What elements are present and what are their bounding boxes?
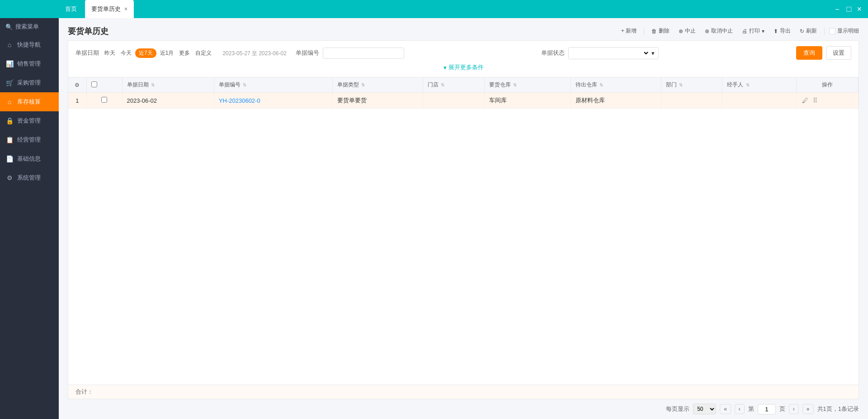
row-req-warehouse: 车间库: [484, 93, 571, 109]
toolbar: + 新增 🗑 删除 ⊗ 中止 ⊗ 取消中止 🖨: [618, 25, 859, 37]
page-number-input[interactable]: [758, 404, 776, 414]
th-settings[interactable]: ⚙: [68, 77, 86, 93]
sidebar-item-finance[interactable]: 🔒 资金管理: [0, 111, 59, 130]
sidebar-item-shortcuts[interactable]: ⌂ 快捷导航: [0, 35, 59, 54]
purchase-icon: 🛒: [5, 79, 14, 87]
print-icon: 🖨: [742, 28, 747, 34]
page-prefix-label: 第: [748, 405, 754, 413]
per-page-label: 每页显示: [666, 405, 689, 413]
sidebar-item-inventory[interactable]: ⌂ 库存核算: [0, 92, 59, 111]
row-more-button[interactable]: ⠿: [812, 96, 818, 105]
prev-page-button[interactable]: ‹: [735, 404, 745, 414]
status-select[interactable]: [572, 49, 650, 57]
th-bill-no[interactable]: 单据编号 ⇅: [214, 77, 332, 93]
date-range-display: 2023-05-27 至 2023-06-02: [222, 49, 286, 57]
date-btn-1month[interactable]: 近1月: [158, 48, 176, 58]
minimize-button[interactable]: －: [831, 4, 843, 14]
status-dropdown-icon: ▾: [651, 50, 655, 57]
sidebar-search[interactable]: 🔍 搜索菜单: [0, 18, 59, 35]
date-filter-buttons: 昨天 今天 近7天 近1月 更多 自定义: [103, 48, 213, 58]
row-checkbox[interactable]: [101, 97, 107, 103]
bill-no-link[interactable]: YH-20230602-0: [219, 97, 260, 104]
expand-icon: ▾: [443, 64, 447, 71]
sidebar-item-operations[interactable]: 📋 经营管理: [0, 130, 59, 149]
sort-billtype-icon: ⇅: [361, 82, 365, 87]
stop-icon: ⊗: [679, 28, 683, 34]
filter-actions: 查询 设置: [796, 46, 851, 60]
shortcuts-icon: ⌂: [5, 41, 14, 49]
date-btn-yesterday[interactable]: 昨天: [103, 48, 117, 58]
expand-row: ▾ 展开更多条件: [75, 63, 851, 71]
date-btn-more[interactable]: 更多: [177, 48, 192, 58]
expand-button[interactable]: ▾ 展开更多条件: [443, 63, 484, 71]
table-body: 1 2023-06-02 YH-20230602-0 要货单要货 车间库: [68, 93, 859, 109]
content-area: 要货单历史 + 新增 🗑 删除 ⊗ 中止 ⊗ 取消中止: [59, 18, 868, 419]
row-edit-button[interactable]: 🖊: [801, 96, 809, 105]
print-button[interactable]: 🖨 打印 ▾: [739, 25, 767, 37]
inventory-icon: ⌂: [5, 98, 14, 106]
first-page-button[interactable]: «: [720, 404, 731, 414]
data-table: ⚙ 单据日期 ⇅ 单据编号 ⇅: [68, 77, 859, 109]
row-checkbox-cell: [86, 93, 122, 109]
stop-button[interactable]: ⊗ 中止: [676, 25, 698, 37]
maximize-button[interactable]: □: [845, 5, 854, 14]
divider-2: [824, 28, 825, 35]
date-btn-custom[interactable]: 自定义: [193, 48, 213, 58]
content-header: 要货单历史 + 新增 🗑 删除 ⊗ 中止 ⊗ 取消中止: [59, 18, 868, 40]
table-footer: 合计：: [68, 385, 859, 399]
search-icon: 🔍: [5, 24, 13, 30]
system-icon: ⚙: [5, 174, 14, 182]
date-btn-today[interactable]: 今天: [119, 48, 133, 58]
table-wrap: ⚙ 单据日期 ⇅ 单据编号 ⇅: [68, 77, 859, 385]
th-date[interactable]: 单据日期 ⇅: [122, 77, 214, 93]
date-btn-7days[interactable]: 近7天: [135, 48, 156, 58]
select-all-checkbox[interactable]: [91, 81, 97, 87]
next-page-button[interactable]: ›: [789, 404, 799, 414]
sidebar-item-sales[interactable]: 📊 销售管理: [0, 54, 59, 73]
last-page-button[interactable]: »: [802, 404, 814, 414]
display-detail-checkbox[interactable]: [829, 28, 835, 34]
divider-1: [644, 28, 644, 35]
new-button[interactable]: + 新增: [618, 25, 639, 37]
sort-dept-icon: ⇅: [679, 82, 683, 87]
top-bar: 首页 要货单历史 × － □ ×: [0, 0, 868, 18]
sort-handler-icon: ⇅: [746, 82, 750, 87]
app-container: 首页 要货单历史 × － □ × 🔍 搜索菜单 ⌂ 快捷导航 📊 销售管理: [0, 0, 868, 419]
tab-current[interactable]: 要货单历史 ×: [85, 0, 134, 18]
edit-icon: 🖊: [802, 97, 808, 104]
sort-store-icon: ⇅: [441, 82, 444, 87]
sidebar-item-purchase[interactable]: 🛒 采购管理: [0, 73, 59, 92]
page-suffix-label: 页: [779, 405, 785, 413]
total-info: 共1页，1条记录: [817, 405, 859, 413]
row-date: 2023-06-02: [122, 93, 214, 109]
export-icon: ⬆: [774, 28, 778, 34]
refresh-icon: ↻: [800, 28, 804, 34]
tab-home[interactable]: 首页: [59, 0, 83, 18]
tab-close-icon[interactable]: ×: [124, 6, 127, 12]
more-icon: ⠿: [813, 97, 817, 104]
th-bill-type[interactable]: 单据类型 ⇅: [333, 77, 423, 93]
footer-sum-label: 合计：: [75, 388, 93, 395]
cancel-stop-button[interactable]: ⊗ 取消中止: [702, 25, 736, 37]
row-bill-no: YH-20230602-0: [214, 93, 332, 109]
sidebar-item-basic[interactable]: 📄 基础信息: [0, 149, 59, 168]
sidebar-item-system[interactable]: ⚙ 系统管理: [0, 168, 59, 187]
settings-button[interactable]: 设置: [826, 46, 851, 60]
per-page-select[interactable]: 50 100: [693, 404, 716, 414]
th-wait-warehouse[interactable]: 待出仓库 ⇅: [571, 77, 661, 93]
table-row: 1 2023-06-02 YH-20230602-0 要货单要货 车间库: [68, 93, 859, 109]
bill-no-input[interactable]: [323, 48, 404, 59]
th-store[interactable]: 门店 ⇅: [423, 77, 484, 93]
export-button[interactable]: ⬆ 导出: [771, 25, 793, 37]
th-req-warehouse[interactable]: 要货仓库 ⇅: [484, 77, 571, 93]
th-handler[interactable]: 经手人 ⇅: [722, 77, 796, 93]
page-title: 要货单历史: [68, 26, 108, 37]
th-department[interactable]: 部门 ⇅: [661, 77, 722, 93]
delete-button[interactable]: 🗑 删除: [649, 25, 672, 37]
date-filter: 单据日期 昨天 今天 近7天 近1月 更多 自定义: [75, 48, 213, 58]
close-button[interactable]: ×: [855, 5, 863, 14]
refresh-button[interactable]: ↻ 刷新: [797, 25, 820, 37]
display-detail-toggle[interactable]: 显示明细: [829, 27, 859, 35]
query-button[interactable]: 查询: [796, 46, 822, 60]
th-checkbox[interactable]: [86, 77, 122, 93]
